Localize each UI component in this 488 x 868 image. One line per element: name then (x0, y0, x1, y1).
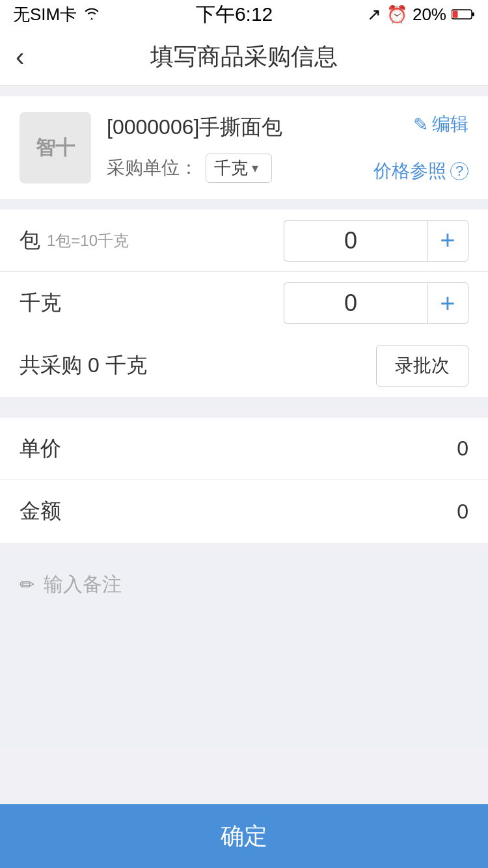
section-divider-2 (0, 397, 488, 407)
bao-input-row: 包 1包=10千克 + (0, 210, 488, 272)
price-section: 单价 0 金额 0 (0, 418, 488, 543)
product-logo: 智十 (36, 135, 75, 161)
chevron-down-icon: ▾ (252, 160, 258, 176)
price-ref-link[interactable]: 价格参照 ? (373, 159, 468, 183)
remark-section[interactable]: ✏ 输入备注 (0, 553, 488, 616)
price-ref-label: 价格参照 (373, 159, 446, 183)
alarm-icon: ⏰ (386, 5, 407, 25)
svg-rect-1 (452, 11, 457, 18)
wifi-icon (82, 5, 102, 25)
unit-price-label: 单价 (20, 435, 61, 463)
bao-plus-button[interactable]: + (427, 220, 468, 262)
product-image: 智十 (20, 112, 91, 183)
unit-price-row: 单价 0 (0, 418, 488, 480)
bao-input-wrap: + (284, 220, 468, 262)
svg-rect-2 (472, 12, 474, 16)
status-bar-right: ↗ ⏰ 20% (367, 5, 475, 25)
amount-row: 金额 0 (0, 480, 488, 543)
section-divider-1 (0, 199, 488, 210)
kg-input-wrap: + (284, 282, 468, 324)
battery-label: 20% (413, 5, 446, 25)
unit-price-value: 0 (457, 437, 468, 461)
total-label: 共采购 0 千克 (20, 351, 147, 380)
status-bar: 无SIM卡 下午6:12 ↗ ⏰ 20% (0, 0, 488, 29)
help-icon: ? (450, 162, 468, 180)
confirm-label: 确定 (221, 821, 267, 852)
nav-bar: ‹ 填写商品采购信息 (0, 29, 488, 86)
bao-sublabel: 1包=10千克 (47, 230, 129, 251)
confirm-button[interactable]: 确定 (0, 804, 488, 868)
status-bar-time: 下午6:12 (196, 1, 273, 28)
amount-value: 0 (457, 500, 468, 524)
total-row: 共采购 0 千克 录批次 (0, 334, 488, 397)
unit-value: 千克 (214, 157, 248, 180)
status-bar-left: 无SIM卡 (13, 3, 102, 26)
unit-select[interactable]: 千克 ▾ (206, 154, 272, 183)
amount-label: 金额 (20, 497, 61, 526)
back-button[interactable]: ‹ (16, 42, 24, 72)
edit-link[interactable]: ✎ 编辑 (413, 112, 468, 137)
kg-label: 千克 (20, 289, 61, 318)
battery-icon (452, 8, 475, 20)
plus-icon: + (440, 226, 455, 255)
pencil-icon: ✏ (20, 574, 34, 595)
location-icon: ↗ (367, 5, 381, 25)
unit-label: 采购单位： (107, 156, 198, 180)
remark-placeholder: 输入备注 (44, 571, 122, 598)
edit-icon: ✎ (413, 114, 428, 135)
signal-label: 无SIM卡 (13, 3, 77, 26)
page-title: 填写商品采购信息 (150, 41, 338, 73)
edit-label: 编辑 (432, 112, 468, 137)
kg-input-row: 千克 + (0, 272, 488, 334)
batch-button[interactable]: 录批次 (376, 345, 468, 387)
empty-space (0, 616, 488, 746)
kg-plus-button[interactable]: + (427, 282, 468, 324)
bao-input[interactable] (284, 220, 427, 262)
product-card: 智十 [0000006]手撕面包 采购单位： 千克 ▾ ✎ 编辑 价格参照 ? (0, 96, 488, 199)
kg-input[interactable] (284, 282, 427, 324)
input-section: 包 1包=10千克 + 千克 + (0, 210, 488, 334)
bao-label: 包 (20, 226, 40, 255)
plus-icon-2: + (440, 289, 455, 318)
